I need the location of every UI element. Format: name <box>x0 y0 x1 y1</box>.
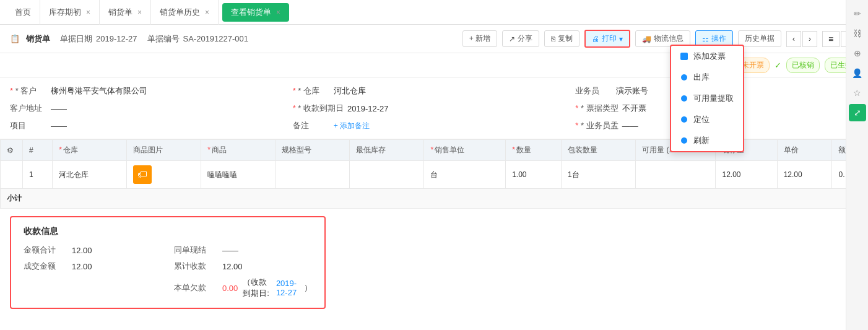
salesperson-value: —— <box>622 121 638 131</box>
col-no: # <box>23 140 53 161</box>
qty-pickup-label: 可用量提取 <box>693 93 734 104</box>
clock-sidebar-icon[interactable]: ⊕ <box>849 45 866 62</box>
prev-button[interactable]: ‹ <box>786 31 801 47</box>
customer-label: * 客户 <box>10 85 47 97</box>
checked-badge: 已核销 <box>786 58 820 73</box>
qty-pickup-item[interactable]: 可用量提取 <box>671 88 743 109</box>
tab-view-sales-label: 查看销货单 <box>231 7 271 18</box>
col-unit-price: 单价 <box>777 140 832 161</box>
total-value: 12.00 <box>72 246 92 255</box>
col-gear[interactable]: ⚙ <box>1 140 23 161</box>
expand-sidebar-icon[interactable]: ⤢ <box>849 104 866 121</box>
copy-button[interactable]: ⎘ 复制 <box>544 30 579 47</box>
doc-no-label: 单据编号 <box>147 33 180 45</box>
deal-amount-label: 成交金额 <box>24 261 67 272</box>
note-label: 备注 <box>293 120 330 131</box>
operations-dropdown: 添加发票 出库 可用量提取 定位 刷新 <box>670 45 744 152</box>
nav-arrows: ‹ › <box>786 31 817 47</box>
ticket-type-value: 不开票 <box>622 103 646 114</box>
warehouse-row: * 仓库 河北仓库 <box>293 85 576 97</box>
salesperson-label: * 业务员盂 <box>575 120 618 131</box>
next-button[interactable]: › <box>802 31 817 47</box>
same-order-row: 同单现结 —— <box>174 245 312 256</box>
copy-icon: ⎘ <box>551 35 555 43</box>
warehouse-value: 河北仓库 <box>334 85 366 97</box>
outbound-item[interactable]: 出库 <box>671 67 743 88</box>
print-label: 打印 <box>602 33 617 44</box>
address-row: 客户地址 —— <box>10 103 293 114</box>
cumulative-label: 累计收款 <box>174 261 217 272</box>
add-invoice-label: 添加发票 <box>693 51 726 62</box>
row-unit: 台 <box>424 161 506 189</box>
link-sidebar-icon[interactable]: ⛓ <box>849 25 866 42</box>
doc-date-field: 单据日期 2019-12-27 <box>60 33 137 45</box>
staff-label: 业务员 <box>575 85 612 97</box>
address-value: —— <box>51 104 67 113</box>
same-order-value: —— <box>222 246 238 255</box>
doc-date-value: 2019-12-27 <box>96 34 137 43</box>
warehouse-label: * 仓库 <box>293 85 330 97</box>
due-label: 本单欠款 <box>174 282 217 293</box>
tab-sales-history[interactable]: 销货单历史 × <box>151 0 219 25</box>
location-item[interactable]: 定位 <box>671 109 743 130</box>
share-button[interactable]: ↗ 分享 <box>502 30 539 47</box>
deal-amount-value: 12.00 <box>72 262 92 271</box>
share-icon: ↗ <box>509 35 515 43</box>
tab-inventory-close[interactable]: × <box>86 8 90 17</box>
share-label: 分享 <box>518 33 532 44</box>
outbound-icon <box>680 73 688 82</box>
col-unit: *销售单位 <box>424 140 506 161</box>
due-date-row: * 收款到期日 2019-12-27 <box>293 103 576 114</box>
location-icon <box>680 115 688 124</box>
due-date-value: 2019-12-27 <box>347 104 389 113</box>
add-invoice-icon <box>680 52 688 61</box>
due-hint-close: ） <box>304 282 312 293</box>
tab-view-sales-close[interactable]: × <box>276 8 280 17</box>
add-invoice-item[interactable]: 添加发票 <box>671 46 743 67</box>
tab-inventory-init[interactable]: 库存期初 × <box>40 0 100 25</box>
col-product: *商品 <box>201 140 276 161</box>
copy-label: 复制 <box>558 33 573 44</box>
add-note-button[interactable]: 添加备注 <box>334 121 370 131</box>
customer-value: 柳州粤港平安气体有限公司 <box>51 85 147 97</box>
col-img: 商品图片 <box>127 140 201 161</box>
project-value: —— <box>51 121 67 131</box>
row-qty: 1.00 <box>506 161 562 189</box>
qty-pickup-icon <box>680 94 688 103</box>
history-button[interactable]: 历史单据 <box>738 30 781 47</box>
list-view-button[interactable]: ≡ <box>822 31 840 47</box>
doc-no-value: SA-20191227-001 <box>183 34 249 43</box>
row-img: 🏷 <box>127 161 201 189</box>
doc-icon: 📋 <box>10 34 20 43</box>
row-unit-price: 12.00 <box>777 161 832 189</box>
project-row: 项目 —— <box>10 120 293 131</box>
edit-sidebar-icon[interactable]: ✏ <box>849 5 866 22</box>
user-sidebar-icon[interactable]: 👤 <box>849 64 866 82</box>
tab-history-close[interactable]: × <box>205 8 209 17</box>
tab-history-label: 销货单历史 <box>160 7 200 18</box>
tab-sales-order[interactable]: 销货单 × <box>100 0 151 25</box>
row-pack-qty: 1台 <box>562 161 636 189</box>
col-spec: 规格型号 <box>276 140 350 161</box>
tab-sales-close[interactable]: × <box>137 8 142 17</box>
same-order-label: 同单现结 <box>174 245 217 256</box>
subtotal-label: 小计 <box>1 189 868 209</box>
col-warehouse: *仓库 <box>53 140 127 161</box>
right-sidebar: ✏ ⛓ ⊕ 👤 ☆ ⤢ <box>846 0 868 330</box>
refresh-item[interactable]: 刷新 <box>671 130 743 151</box>
col-min-stock: 最低库存 <box>350 140 424 161</box>
row-spec <box>276 161 350 189</box>
due-date-label: * 收款到期日 <box>293 103 344 114</box>
star-sidebar-icon[interactable]: ☆ <box>849 84 866 102</box>
tab-home-label: 首页 <box>15 7 31 18</box>
print-dropdown-arrow: ▾ <box>619 35 623 43</box>
print-button[interactable]: 🖨 打印 ▾ <box>584 30 630 48</box>
tab-home[interactable]: 首页 <box>6 0 40 25</box>
ticket-type-label: * 票据类型 <box>575 103 618 114</box>
new-button[interactable]: + 新增 <box>462 30 497 47</box>
due-row: 本单欠款 0.00 （收款到期日: 2019-12-27 ） <box>174 277 312 299</box>
operations-icon: ⚏ <box>702 35 709 43</box>
due-date: 2019-12-27 <box>276 279 299 297</box>
tab-view-sales[interactable]: 查看销货单 × <box>222 3 289 22</box>
refresh-icon <box>680 136 688 145</box>
